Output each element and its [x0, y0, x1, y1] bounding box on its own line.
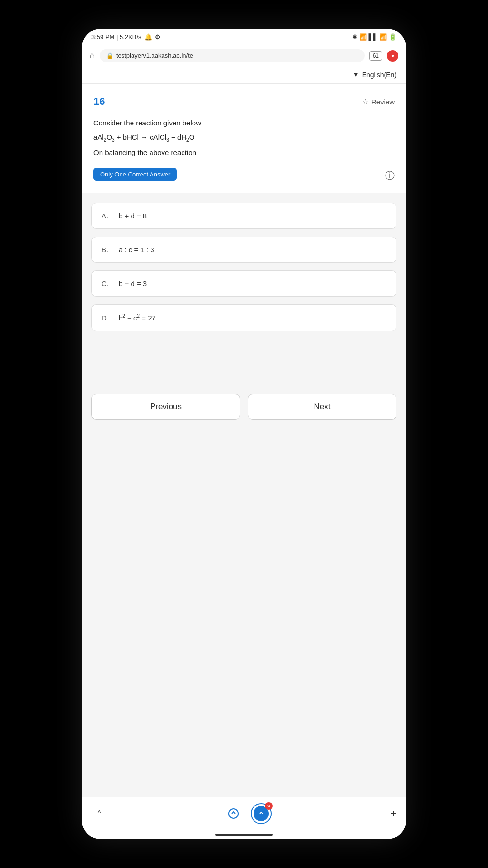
signal-icon: ▌▌ [369, 33, 377, 41]
review-button[interactable]: ☆ Review [362, 97, 395, 106]
bottom-bar: ^ ✕ + [82, 797, 406, 830]
settings-icon: ⚙ [155, 33, 161, 41]
bottom-nav-icons: ✕ [226, 803, 272, 824]
home-indicator [215, 834, 273, 836]
option-d[interactable]: D. b2 − c2 = 27 [92, 304, 396, 331]
nav-buttons: Previous Next [82, 386, 406, 429]
home-bar [82, 830, 406, 839]
option-b-label: B. [102, 246, 111, 254]
question-header: 16 ☆ Review [93, 95, 395, 108]
url-text: testplayerv1.aakash.ac.in/te [116, 52, 193, 59]
record-icon: ● [391, 53, 394, 58]
option-c[interactable]: C. b − d = 3 [92, 270, 396, 297]
option-a[interactable]: A. b + d = 8 [92, 203, 396, 229]
chevron-down-icon: ▼ [353, 71, 359, 79]
answer-type-row: Only One Correct Answer ⓘ [93, 168, 395, 184]
lock-icon: 🔒 [106, 52, 113, 59]
address-bar: ⌂ 🔒 testplayerv1.aakash.ac.in/te 61 ● [82, 45, 406, 66]
tab-count[interactable]: 61 [369, 51, 382, 61]
star-icon: ☆ [362, 97, 368, 106]
language-selector[interactable]: ▼ English(En) [353, 71, 396, 79]
option-a-text: b + d = 8 [119, 212, 147, 220]
option-d-label: D. [102, 314, 111, 322]
previous-button[interactable]: Previous [92, 394, 240, 420]
status-bar: 3:59 PM | 5.2KB/s 🔔 ⚙ ✱ 📶 ▌▌ 📶 🔋 [82, 29, 406, 45]
info-icon[interactable]: ⓘ [385, 169, 395, 182]
option-b-text: a : c = 1 : 3 [119, 246, 154, 254]
status-time: 3:59 PM | 5.2KB/s [92, 33, 142, 41]
language-bar: ▼ English(En) [82, 66, 406, 84]
chevron-up-icon[interactable]: ^ [92, 806, 107, 821]
option-d-text: b2 − c2 = 27 [119, 313, 156, 322]
bluetooth-icon: ✱ [352, 33, 357, 41]
reaction-equation: aAl2O3 + bHCl → cAlCl3 + dH2O [93, 132, 395, 144]
sim-icon: 📶 [359, 33, 367, 41]
review-label: Review [371, 98, 395, 106]
option-c-text: b − d = 3 [119, 279, 147, 288]
home-icon[interactable]: ⌂ [90, 51, 95, 61]
bottom-circle-button[interactable]: ✕ [251, 803, 272, 824]
question-container: 16 ☆ Review Consider the reaction given … [82, 84, 406, 193]
content-area: ▼ English(En) 16 ☆ Review Consider the r… [82, 66, 406, 797]
language-label: English(En) [362, 71, 396, 79]
plus-icon[interactable]: + [390, 807, 396, 820]
answer-type-badge: Only One Correct Answer [93, 168, 177, 181]
status-right: ✱ 📶 ▌▌ 📶 🔋 [352, 33, 396, 41]
status-left: 3:59 PM | 5.2KB/s 🔔 ⚙ [92, 33, 161, 41]
question-text: Consider the reaction given below aAl2O3… [93, 117, 395, 158]
wifi-icon: 📶 [379, 33, 387, 41]
question-number: 16 [93, 95, 105, 108]
spacer [92, 339, 396, 377]
question-line1: Consider the reaction given below [93, 117, 395, 129]
nav-icon-1[interactable] [226, 806, 241, 821]
options-area: A. b + d = 8 B. a : c = 1 : 3 C. b − d =… [82, 193, 406, 386]
question-line2: On balancing the above reaction [93, 147, 395, 158]
next-button[interactable]: Next [248, 394, 396, 420]
battery-icon: 🔋 [389, 33, 396, 41]
record-button[interactable]: ● [387, 50, 398, 62]
phone-frame: 3:59 PM | 5.2KB/s 🔔 ⚙ ✱ 📶 ▌▌ 📶 🔋 ⌂ 🔒 tes… [82, 29, 406, 839]
svg-point-0 [229, 809, 238, 818]
option-b[interactable]: B. a : c = 1 : 3 [92, 237, 396, 263]
url-box[interactable]: 🔒 testplayerv1.aakash.ac.in/te [100, 49, 365, 62]
close-badge: ✕ [265, 802, 273, 810]
option-a-label: A. [102, 212, 111, 220]
notification-icon: 🔔 [144, 33, 152, 41]
option-c-label: C. [102, 279, 111, 288]
